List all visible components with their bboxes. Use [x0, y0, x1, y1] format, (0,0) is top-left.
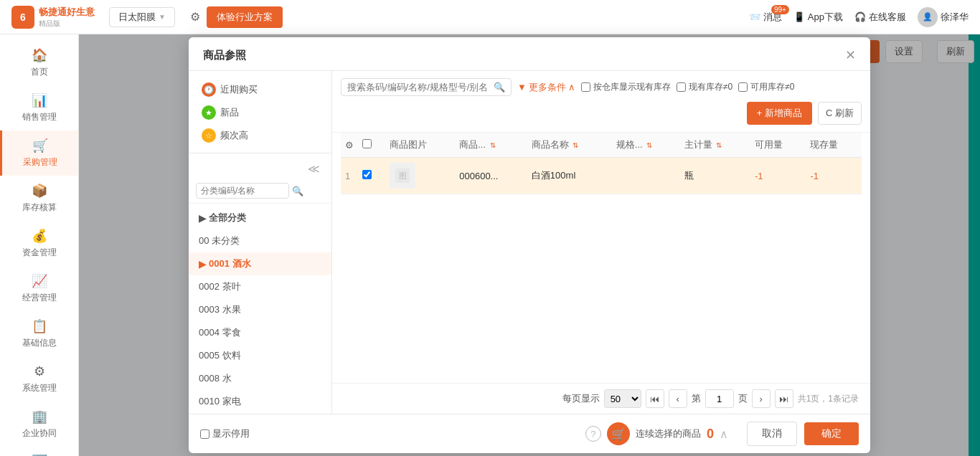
category-0001[interactable]: ▶ 0001 酒水 [189, 252, 331, 275]
category-search-input[interactable] [196, 183, 289, 199]
col-checkbox[interactable] [358, 133, 385, 158]
collapse-icon[interactable]: ≪ [302, 159, 326, 179]
col-stock: 现存量 [806, 133, 862, 158]
category-search: 🔍 [189, 179, 331, 204]
category-00-label: 00 未分类 [199, 234, 240, 247]
sidebar-item-label: 销售管理 [22, 111, 57, 123]
category-search-icon[interactable]: 🔍 [292, 186, 303, 196]
available-stock-checkbox[interactable] [738, 82, 748, 92]
sidebar-item-label: 首页 [31, 66, 48, 78]
row-available: -1 [750, 158, 806, 194]
sidebar-item-sales[interactable]: 📊 销售管理 [0, 85, 78, 130]
sidebar-item-inventory[interactable]: 📦 库存核算 [0, 176, 78, 221]
page-input[interactable] [705, 389, 734, 408]
app-download-label: App下载 [808, 11, 843, 24]
category-0001-arrow: ▶ [199, 259, 206, 270]
category-0002[interactable]: 0002 茶叶 [189, 275, 331, 298]
last-page-btn[interactable]: ⏭ [775, 389, 793, 408]
modal-body: 🕐 近期购买 ★ 新品 ☆ 频次高 [189, 71, 870, 414]
inventory-icon: 📦 [32, 183, 47, 199]
close-icon[interactable]: ✕ [845, 47, 856, 63]
modal-left-panel: 🕐 近期购买 ★ 新品 ☆ 频次高 [189, 71, 332, 414]
col-settings[interactable]: ⚙ [341, 133, 358, 158]
available-stock-checkbox-wrap[interactable]: 可用库存≠0 [738, 81, 794, 93]
cart-collapse-icon[interactable]: ∧ [720, 427, 728, 441]
cart-icon[interactable]: 🛒 [607, 422, 630, 445]
sidebar-item-purchase[interactable]: 🛒 采购管理 [0, 130, 78, 176]
next-page-btn[interactable]: › [752, 389, 771, 408]
trial-btn[interactable]: 体验行业方案 [207, 6, 283, 28]
category-all-label: 全部分类 [209, 212, 246, 224]
spec-sort-icon: ⇅ [646, 141, 652, 149]
mobile-icon: 📱 [793, 11, 805, 22]
store-selector[interactable]: 日太阳膜 ▼ [109, 7, 175, 27]
user-area[interactable]: 👤 徐泽华 [918, 7, 969, 27]
code-sort-icon: ⇅ [490, 141, 496, 149]
sidebar-item-system[interactable]: ⚙ 系统管理 [0, 356, 78, 402]
refresh-btn[interactable]: C 刷新 [818, 102, 862, 125]
category-0003[interactable]: 0003 水果 [189, 298, 331, 321]
category-0001-label: 0001 酒水 [209, 257, 251, 270]
category-0008[interactable]: 0008 水 [189, 367, 331, 390]
category-0005[interactable]: 0005 饮料 [189, 344, 331, 367]
settings-icon[interactable]: ⚙ [184, 6, 207, 29]
bell-icon: 📨 [749, 11, 760, 22]
row-num: 1 [341, 158, 358, 194]
sales-icon: 📊 [32, 92, 47, 108]
online-service[interactable]: 🎧 在线客服 [854, 11, 906, 24]
category-00[interactable]: 00 未分类 [189, 229, 331, 252]
quick-freq[interactable]: ☆ 频次高 [196, 124, 324, 147]
basic-info-icon: 📋 [32, 318, 47, 334]
add-product-btn[interactable]: + 新增商品 [747, 102, 812, 125]
confirm-btn[interactable]: 确定 [804, 422, 859, 445]
online-service-label: 在线客服 [869, 11, 906, 24]
row-name: 白酒100ml [527, 158, 612, 194]
product-search-input[interactable] [347, 82, 491, 92]
modal-right-panel: 🔍 ▼ 更多条件 ∧ 按仓库显示现有库存 [332, 71, 870, 414]
logo-text: 畅捷通好生意 精品版 [39, 6, 95, 29]
category-0004[interactable]: 0004 零食 [189, 321, 331, 344]
nonzero-stock-checkbox-wrap[interactable]: 现有库存≠0 [677, 81, 732, 93]
cancel-btn[interactable]: 取消 [747, 422, 797, 446]
help-icon[interactable]: ? [585, 426, 601, 442]
show-disabled-wrap[interactable]: 显示停用 [200, 427, 250, 440]
main-layout: 🏠 首页 📊 销售管理 🛒 采购管理 📦 库存核算 💰 资金管理 📈 经营管理 … [0, 34, 980, 456]
table-row[interactable]: 1 图 000600... 白酒100ml [341, 158, 862, 194]
sidebar-item-enterprise[interactable]: 🏢 企业协同 [0, 402, 78, 447]
sidebar-item-basic-info[interactable]: 📋 基础信息 [0, 311, 78, 356]
topbar: 6 畅捷通好生意 精品版 日太阳膜 ▼ ⚙ 体验行业方案 📨 消息 99+ 📱 … [0, 0, 980, 34]
sidebar-item-guide[interactable]: 🆕 新手引导 [0, 447, 78, 456]
quick-recent[interactable]: 🕐 近期购买 [196, 78, 324, 101]
sidebar-item-operations[interactable]: 📈 经营管理 [0, 266, 78, 311]
category-0010[interactable]: 0010 家电 [189, 390, 331, 407]
first-page-btn[interactable]: ⏮ [646, 389, 664, 408]
category-all[interactable]: ▶ 全部分类 [189, 206, 331, 229]
sidebar-item-home[interactable]: 🏠 首页 [0, 40, 78, 85]
filter-btn[interactable]: ▼ 更多条件 ∧ [517, 81, 575, 94]
col-spec[interactable]: 规格... ⇅ [612, 133, 680, 158]
col-name[interactable]: 商品名称 ⇅ [527, 133, 612, 158]
notifications[interactable]: 📨 消息 99+ [749, 11, 782, 24]
row-checkbox[interactable] [358, 158, 385, 194]
system-icon: ⚙ [34, 364, 45, 379]
show-disabled-checkbox[interactable] [200, 429, 209, 439]
content-area: 查询 设置 刷新 商品参照 ✕ 🕐 [79, 34, 980, 456]
modal-overlay: 商品参照 ✕ 🕐 近期购买 ★ 新 [79, 34, 980, 456]
show-stock-checkbox[interactable] [581, 82, 590, 92]
nonzero-stock-checkbox[interactable] [677, 82, 686, 92]
collapse-row: ≪ [189, 159, 331, 179]
show-stock-checkbox-wrap[interactable]: 按仓库显示现有库存 [581, 81, 671, 93]
product-thumb: 图 [390, 163, 415, 189]
prev-page-btn[interactable]: ‹ [669, 389, 687, 408]
quick-new[interactable]: ★ 新品 [196, 101, 324, 124]
col-code[interactable]: 商品... ⇅ [455, 133, 527, 158]
cart-label: 连续选择的商品 [636, 427, 701, 440]
search-icon[interactable]: 🔍 [494, 82, 505, 92]
per-page-select[interactable]: 50 10 20 100 [604, 389, 641, 408]
category-0005-label: 0005 饮料 [199, 349, 241, 362]
quick-recent-label: 近期购买 [220, 83, 258, 96]
select-all-checkbox[interactable] [362, 139, 372, 148]
app-download[interactable]: 📱 App下载 [793, 11, 843, 24]
col-unit[interactable]: 主计量 ⇅ [680, 133, 750, 158]
sidebar-item-finance[interactable]: 💰 资金管理 [0, 221, 78, 266]
